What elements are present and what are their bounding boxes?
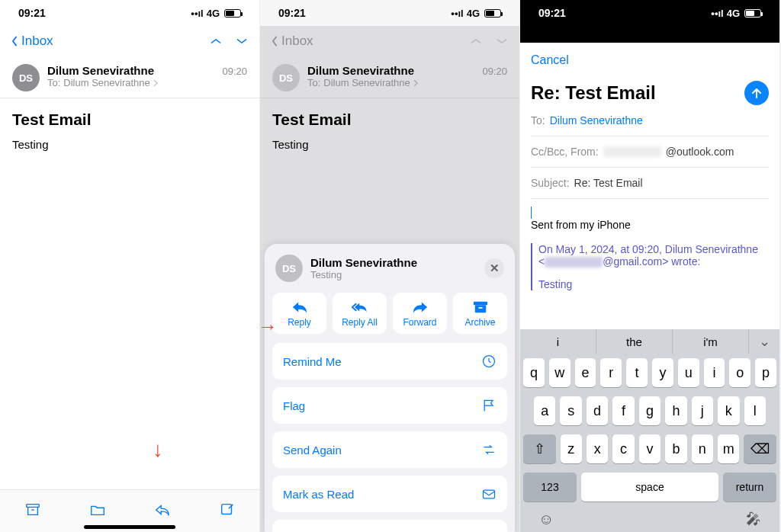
sender-name: Dilum Senevirathne [307,64,474,77]
close-button[interactable]: ✕ [484,258,504,278]
backspace-key[interactable]: ⌫ [744,434,776,463]
flag-item[interactable]: Flag [272,387,507,424]
suggestion-1[interactable]: i [520,329,596,354]
key-a[interactable]: a [534,396,555,425]
nav-arrows [471,36,510,46]
key-k[interactable]: k [718,396,739,425]
remind-me-item[interactable]: Remind Me [272,343,507,380]
key-p[interactable]: p [755,358,776,387]
recipient-row[interactable]: To: Dilum Senevirathne [47,77,214,88]
key-x[interactable]: x [587,434,608,463]
key-z[interactable]: z [561,434,582,463]
key-q[interactable]: q [523,358,545,387]
key-i[interactable]: i [704,358,725,387]
back-label: Inbox [21,34,53,49]
forward-label: Forward [403,317,436,328]
reply-all-icon [352,300,368,314]
compose-button[interactable] [219,502,236,521]
shift-key[interactable]: ⇧ [523,434,556,463]
subject-field[interactable]: Subject: Re: Test Email [531,168,769,199]
quote-attrib-2: @gmail.com> wrote: [603,255,700,268]
key-y[interactable]: y [652,358,673,387]
message-body: Testing [260,133,519,155]
key-row-2: a s d f g h j k l [520,392,779,430]
key-s[interactable]: s [560,396,581,425]
battery-icon [224,9,241,18]
action-row: Reply Reply All Forward Archive [272,293,507,334]
text-caret [531,207,532,219]
clock-icon [481,354,497,369]
redacted-email [545,257,603,268]
folder-button[interactable] [89,502,106,521]
chevron-up-icon[interactable] [211,36,221,46]
to-field[interactable]: To: Dilum Senevirathne [531,105,769,136]
mark-read-label: Mark as Read [283,488,354,501]
compose-body[interactable]: Sent from my iPhone On May 1, 2024, at 0… [531,199,769,290]
key-row-4: 123 space return [520,468,779,506]
reply-all-action[interactable]: Reply All [333,293,387,334]
move-item[interactable]: Move Message [272,520,507,532]
to-name: Dilum Senevirathne [63,77,149,88]
switch-key[interactable]: 123 [523,473,577,502]
tutorial-arrow-icon: ↓ [153,437,163,462]
subject: Test Email [260,98,519,133]
suggestion-2[interactable]: the [596,329,673,354]
nav-bar: Inbox [260,26,519,56]
flag-label: Flag [283,399,305,412]
message-time: 09:20 [222,64,247,77]
status-bar: 09:21 ••ıl 4G [0,0,259,26]
key-r[interactable]: r [600,358,622,387]
space-key[interactable]: space [581,473,718,502]
key-t[interactable]: t [626,358,648,387]
key-w[interactable]: w [549,358,570,387]
envelope-icon [481,486,497,502]
key-h[interactable]: h [665,396,686,425]
key-m[interactable]: m [718,434,739,463]
key-d[interactable]: d [587,396,608,425]
close-icon: ✕ [490,261,500,275]
signal-icon: ••ıl [451,8,463,19]
key-e[interactable]: e [575,358,596,387]
compose-subject: Re: Test Email [531,82,737,104]
subject-label: Subject: [531,177,570,189]
dictation-button[interactable]: 🎤︎ [746,511,761,528]
key-n[interactable]: n [692,434,713,463]
compose-card: Cancel Re: Test Email To: Dilum Senevira… [520,43,779,304]
tutorial-arrow-icon: → [260,315,278,338]
dismiss-keyboard-icon[interactable]: ⌄ [749,329,779,354]
ccbcc-field[interactable]: Cc/Bcc, From: @outlook.com [531,136,769,168]
key-u[interactable]: u [678,358,699,387]
forward-action[interactable]: Forward [393,293,447,334]
key-v[interactable]: v [639,434,660,463]
mark-read-item[interactable]: Mark as Read [272,476,507,512]
emoji-button[interactable]: ☺ [538,511,554,528]
send-again-item[interactable]: Send Again [272,431,507,468]
nav-bar: Inbox [0,26,259,56]
svg-rect-0 [26,504,39,507]
send-button[interactable] [744,81,769,105]
key-row-3: ⇧ z x c v b n m ⌫ [520,430,779,468]
message-time: 09:20 [482,64,507,77]
ccbcc-label: Cc/Bcc, From: [531,146,599,158]
archive-button[interactable] [24,502,41,521]
return-key[interactable]: return [723,473,776,502]
archive-action[interactable]: Archive [453,293,507,334]
subject: Test Email [0,98,259,133]
suggestion-3[interactable]: i'm [673,329,749,354]
chevron-up-icon [471,36,481,46]
key-o[interactable]: o [729,358,750,387]
key-g[interactable]: g [639,396,660,425]
back-button[interactable]: Inbox [9,34,53,49]
back-button[interactable]: Inbox [269,34,313,49]
key-j[interactable]: j [692,396,713,425]
forward-icon [412,300,429,314]
key-f[interactable]: f [612,396,634,425]
archive-label: Archive [464,317,495,328]
cancel-button[interactable]: Cancel [531,53,569,67]
chevron-down-icon[interactable] [236,36,247,46]
reply-button[interactable] [154,502,171,521]
key-c[interactable]: c [612,434,634,463]
key-b[interactable]: b [665,434,686,463]
reply-action[interactable]: Reply [272,293,326,334]
key-l[interactable]: l [744,396,766,425]
